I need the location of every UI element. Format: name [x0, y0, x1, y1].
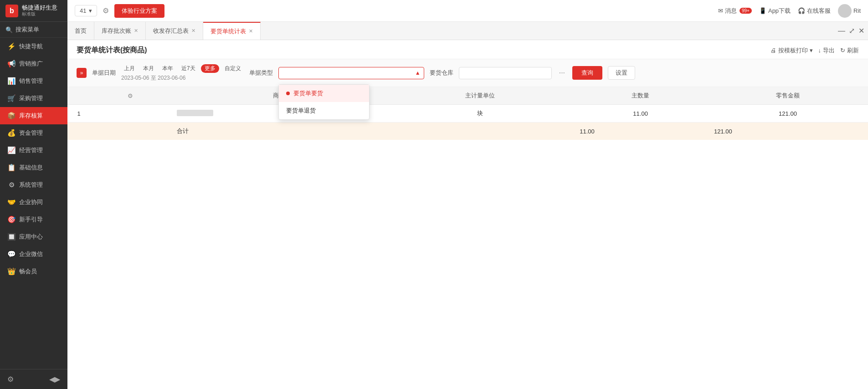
- app-download-btn[interactable]: 📱 App下载: [759, 7, 791, 15]
- sidebar-item-app-center[interactable]: 🔲 应用中心: [0, 228, 67, 246]
- sidebar-item-sales[interactable]: 📊 销售管理: [0, 72, 67, 90]
- custom-date-btn[interactable]: 自定义: [222, 64, 244, 73]
- dropdown-item-order[interactable]: 要货单要货: [279, 85, 369, 102]
- tutorial-icon: 🎯: [7, 215, 15, 224]
- dropdown-item-return[interactable]: 要货单退货: [279, 102, 369, 119]
- topbar-left: 41 ▾ ⚙ 体验行业方案: [75, 4, 164, 18]
- warehouse-input[interactable]: [459, 67, 552, 79]
- sidebar-item-label: 新手引导: [19, 215, 43, 224]
- sidebar-item-tutorial[interactable]: 🎯 新手引导: [0, 211, 67, 228]
- user-name: Rit: [853, 7, 861, 14]
- app-center-icon: 🔲: [7, 233, 15, 241]
- quick-nav-icon: ⚡: [7, 42, 15, 51]
- query-btn[interactable]: 查询: [572, 66, 602, 80]
- sidebar-item-inventory[interactable]: 📦 库存核算: [0, 107, 67, 124]
- sidebar-logo-text: 畅捷通好生意 标准版: [22, 4, 57, 18]
- basics-icon: 📋: [7, 164, 15, 172]
- settings-footer-icon[interactable]: ⚙: [7, 375, 14, 384]
- sidebar-item-basics[interactable]: 📋 基础信息: [0, 159, 67, 176]
- chevron-down-icon: ▾: [89, 7, 92, 14]
- tab-minimize-btn[interactable]: —: [838, 27, 845, 35]
- this-month-btn[interactable]: 本月: [140, 64, 157, 73]
- print-icon: 🖨: [770, 47, 776, 54]
- sidebar-item-label: 营销推广: [19, 60, 43, 68]
- topbar-gear-icon[interactable]: ⚙: [103, 6, 109, 15]
- dropdown-item-order-label: 要货单要货: [293, 89, 323, 97]
- tab-receivable-summary-close[interactable]: ✕: [191, 28, 195, 34]
- tab-expand-btn[interactable]: ⤢: [849, 26, 855, 35]
- type-select-wrapper: ▲ 要货单要货 要货单退货: [278, 67, 424, 79]
- sidebar-search[interactable]: 🔍 搜索菜单: [0, 22, 67, 38]
- search-icon: 🔍: [5, 26, 13, 33]
- tab-receivable-summary[interactable]: 收发存汇总表 ✕: [146, 22, 203, 40]
- table-wrapper: ⚙ 商品 主计量单位 主数量 零售金额 1 块: [67, 87, 868, 140]
- messages-btn[interactable]: ✉ 消息 99+: [718, 7, 752, 15]
- tab-home[interactable]: 首页: [67, 22, 94, 40]
- filter-expand-btn[interactable]: »: [77, 68, 87, 78]
- topbar-right: ✉ 消息 99+ 📱 App下载 🎧 在线客服 Rit: [718, 4, 861, 18]
- collapse-footer-icon[interactable]: ◀▶: [49, 375, 60, 384]
- print-btn[interactable]: 🖨 按模板打印 ▾: [770, 46, 813, 55]
- tab-home-label: 首页: [75, 27, 87, 35]
- sidebar-item-label: 快捷导航: [19, 42, 43, 51]
- tab-inventory-batch[interactable]: 库存批次账 ✕: [94, 22, 146, 40]
- sidebar-item-enterprise[interactable]: 🤝 企业协同: [0, 194, 67, 211]
- sidebar-item-operations[interactable]: 📈 经营管理: [0, 142, 67, 159]
- content-area: 要货单统计表(按商品) 🖨 按模板打印 ▾ ↓ 导出 ↻ 刷新: [67, 40, 868, 389]
- sidebar-item-marketing[interactable]: 📢 营销推广: [0, 55, 67, 72]
- sidebar-item-member[interactable]: 👑 畅会员: [0, 263, 67, 280]
- total-unit-empty: [387, 123, 573, 140]
- type-select-input[interactable]: [278, 67, 424, 79]
- sidebar-item-label: 经营管理: [19, 146, 43, 154]
- sidebar-nav: ⚡ 快捷导航 📢 营销推广 📊 销售管理 🛒 采购管理 📦 库存核算 💰 资金管…: [0, 38, 67, 369]
- sales-icon: 📊: [7, 77, 15, 85]
- export-label: 导出: [823, 46, 835, 55]
- page-title: 要货单统计表(按商品): [77, 46, 147, 55]
- app-title: 畅捷通好生意: [22, 4, 57, 11]
- sidebar-item-system[interactable]: ⚙ 系统管理: [0, 176, 67, 194]
- sidebar-item-finance[interactable]: 💰 资金管理: [0, 124, 67, 142]
- headset-icon: 🎧: [798, 7, 805, 14]
- sidebar-item-wechat[interactable]: 💬 企业微信: [0, 246, 67, 263]
- refresh-btn[interactable]: ↻ 刷新: [840, 46, 859, 55]
- tab-receivable-summary-label: 收发存汇总表: [153, 27, 189, 35]
- table-header-row: ⚙ 商品 主计量单位 主数量 零售金额: [67, 87, 868, 105]
- company-selector-value: 41: [80, 7, 86, 14]
- message-badge: 99+: [740, 8, 752, 14]
- warehouse-more-icon[interactable]: ···: [557, 69, 567, 77]
- settings-btn[interactable]: 设置: [608, 66, 635, 80]
- user-avatar-btn[interactable]: Rit: [838, 4, 861, 18]
- message-icon: ✉: [718, 7, 723, 14]
- sidebar-item-purchase[interactable]: 🛒 采购管理: [0, 90, 67, 107]
- last-month-btn[interactable]: 上月: [121, 64, 138, 73]
- online-service-btn[interactable]: 🎧 在线客服: [798, 7, 831, 15]
- row-index: 1: [67, 105, 90, 123]
- inventory-icon: 📦: [7, 112, 15, 120]
- tab-inventory-batch-close[interactable]: ✕: [134, 28, 138, 34]
- last-7-days-btn[interactable]: 近7天: [179, 64, 198, 73]
- finance-icon: 💰: [7, 129, 15, 137]
- sidebar-item-label: 企业微信: [19, 250, 43, 258]
- this-year-btn[interactable]: 本年: [159, 64, 176, 73]
- main-area: 41 ▾ ⚙ 体验行业方案 ✉ 消息 99+ 📱 App下载 🎧 在线客服 R: [67, 0, 868, 389]
- date-btns: 上月 本月 本年 近7天 更多 自定义: [121, 64, 244, 73]
- date-filter-group: 上月 本月 本年 近7天 更多 自定义 2023-05-06 至 2023-06…: [121, 64, 244, 82]
- more-date-btn[interactable]: 更多: [201, 64, 219, 73]
- date-range-display: 2023-05-06 至 2023-06-06: [121, 74, 244, 82]
- col-quantity: 主数量: [573, 87, 708, 105]
- sidebar-item-quick-nav[interactable]: ⚡ 快捷导航: [0, 38, 67, 55]
- export-btn[interactable]: ↓ 导出: [818, 46, 835, 55]
- col-settings-icon[interactable]: ⚙: [90, 87, 170, 105]
- page-actions: 🖨 按模板打印 ▾ ↓ 导出 ↻ 刷新: [770, 46, 859, 55]
- print-label: 按模板打印: [778, 46, 808, 55]
- tab-order-stats[interactable]: 要货单统计表 ✕: [203, 22, 261, 40]
- row-unit: 块: [387, 105, 573, 123]
- tab-close-all-btn[interactable]: ✕: [858, 26, 864, 35]
- type-select-chevron-icon[interactable]: ▲: [415, 70, 421, 76]
- tabbar: 首页 库存批次账 ✕ 收发存汇总表 ✕ 要货单统计表 ✕ — ⤢ ✕: [67, 22, 868, 40]
- sidebar-item-label: 应用中心: [19, 233, 43, 241]
- company-selector[interactable]: 41 ▾: [75, 5, 97, 16]
- trial-btn[interactable]: 体验行业方案: [114, 4, 164, 18]
- page-header: 要货单统计表(按商品) 🖨 按模板打印 ▾ ↓ 导出 ↻ 刷新: [67, 40, 868, 59]
- tab-order-stats-close[interactable]: ✕: [249, 28, 253, 34]
